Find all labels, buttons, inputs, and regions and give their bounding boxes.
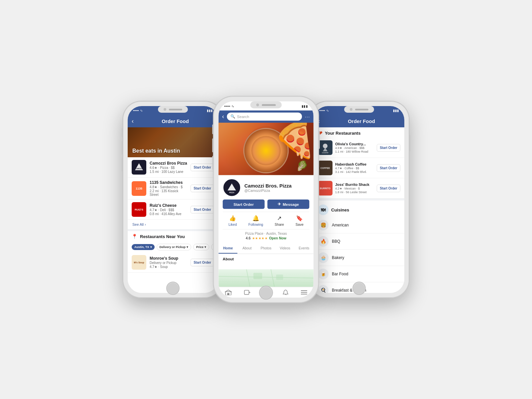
filter-bar[interactable]: Austin, TX ▾ Delivery or Pickup ▾ Price … — [128, 242, 218, 252]
svg-rect-9 — [253, 273, 262, 279]
camozzi-address: 1.5 mi · 100 Lazy Lane — [150, 170, 187, 174]
phone3-signal: ••••• ∿ — [319, 109, 329, 112]
filter-austin[interactable]: Austin, TX ▾ — [132, 244, 155, 250]
svg-text:COUNTRY: COUNTRY — [322, 152, 329, 154]
restaurant-item-monroes[interactable]: M's Soup Monroe's Soup Delivery or Picku… — [128, 252, 218, 273]
camera-bar-left — [158, 106, 188, 113]
tab-photos[interactable]: Photos — [256, 243, 275, 253]
haberdash-start-order[interactable]: Start Order — [377, 164, 400, 172]
phone1-restaurant-list[interactable]: CAMOZZI Camozzi Bros Pizza 4.6★ · Pizza … — [128, 157, 218, 293]
phone3-nav-bar: ‹ Order Food — [314, 115, 404, 127]
start-order-button[interactable]: Start Order — [223, 200, 265, 209]
tab-events[interactable]: Events — [295, 243, 314, 253]
following-button[interactable]: 🔔 Following — [248, 215, 263, 226]
cuisine-bakery[interactable]: 🧁 Bakery — [314, 250, 404, 266]
phone2-battery: ▮▮▮ — [302, 104, 308, 108]
sandwiches-address: 2.2 mi · 135 Kissick Street — [150, 189, 187, 197]
camozzi-start-order[interactable]: Start Order — [191, 164, 214, 171]
phone3-battery-icon: ▮▮▮ — [393, 109, 399, 112]
sandwiches-detail: 4.8★ · Sandwiches · $ — [150, 185, 187, 189]
phone2-home-button[interactable] — [259, 286, 273, 300]
filter-price[interactable]: Price ▾ — [193, 244, 209, 250]
olivia-rating: 4.9★ · American · $$$ — [335, 146, 374, 150]
monroes-start-order[interactable]: Start Order — [191, 259, 214, 266]
phone2-search-input[interactable]: 🔍 Search — [227, 113, 302, 121]
speaker-center — [262, 104, 276, 106]
rating-value: 4.6 — [246, 236, 251, 240]
near-you-title: Restaurants Near You — [140, 234, 185, 239]
save-button[interactable]: 🔖 Save — [296, 215, 304, 226]
wifi-icon: ∿ — [140, 109, 143, 112]
haberdash-info: Haberdash Coffee 4.7★ · Coffee · $$ 3.1 … — [335, 162, 374, 174]
cuisine-bar-food[interactable]: 🍺 Bar Food — [314, 266, 404, 282]
svg-point-21 — [323, 144, 328, 148]
monroes-delivery: Delivery or Pickup — [150, 261, 187, 265]
cuisine-bbq[interactable]: 🔥 BBQ — [314, 233, 404, 250]
nav-home-icon[interactable] — [225, 290, 232, 295]
saved-joss[interactable]: BURRITO Joss' Burrito Shack 4.2★ · Mexic… — [314, 178, 404, 199]
bar-food-icon: 🍺 — [318, 269, 329, 279]
phone2-more-options[interactable]: ··· — [305, 114, 310, 119]
nav-bell-icon[interactable] — [282, 289, 289, 296]
nav-menu-icon[interactable] — [301, 290, 307, 295]
your-restaurants-title: Your Restaurants — [325, 131, 360, 136]
phone3-screen: ••••• ∿ 2:04 ▮▮▮ ‹ Order Food ❤ Your Res… — [314, 106, 404, 293]
haberdash-name: Haberdash Coffee — [335, 162, 374, 166]
liked-button[interactable]: 👍 Liked — [228, 215, 237, 226]
tab-home[interactable]: Home — [218, 243, 237, 253]
profile-name: Camozzi Bros. Pizza — [244, 183, 292, 189]
cuisine-american[interactable]: 🍔 American — [314, 217, 404, 233]
phone2-search-bar: ‹ 🔍 Search ··· — [218, 110, 314, 123]
phone2-back-button[interactable]: ‹ — [222, 113, 224, 120]
saved-haberdash[interactable]: COFFEE Haberdash Coffee 4.7★ · Coffee · … — [314, 158, 404, 178]
phone2-screen: ••••• ∿ 2:04 ▮▮▮ ‹ 🔍 Search ··· — [218, 101, 314, 298]
ruiz-detail: 4.7★ · Deli · $$$ — [150, 208, 187, 212]
phone2-battery-icon: ▮▮▮ — [302, 104, 308, 108]
share-button[interactable]: ↗ Share — [275, 215, 284, 226]
see-all-link[interactable]: See All › — [128, 220, 218, 231]
location-icon: 📍 — [132, 234, 137, 239]
battery-icon: ▮▮▮ — [207, 109, 213, 112]
olivia-start-order[interactable]: Start Order — [377, 144, 400, 152]
olivia-info: Olivia's Country... 4.9★ · American · $$… — [335, 142, 374, 153]
phone1-back-button[interactable]: ‹ — [132, 118, 134, 125]
phone1-home-button[interactable] — [166, 282, 180, 295]
filter-delivery[interactable]: Delivery or Pickup ▾ — [157, 244, 192, 250]
camera-bar-center — [250, 101, 282, 108]
haberdash-rating: 4.7★ · Coffee · $$ — [335, 167, 374, 170]
sandwiches-info: 1135 Sandwiches 4.8★ · Sandwiches · $ 2.… — [150, 180, 187, 197]
haberdash-logo: COFFEE — [318, 161, 332, 175]
phone1-signal: ••••• ∿ — [133, 109, 143, 112]
restaurant-item-camozzi[interactable]: CAMOZZI Camozzi Bros Pizza 4.6★ · Pizza … — [128, 157, 218, 178]
phone3-home-button[interactable] — [352, 282, 366, 295]
thumbs-up-icon: 👍 — [229, 215, 236, 221]
mute-btn-left — [122, 128, 123, 137]
place-info: Pizza Place · Austin, Texas — [223, 232, 309, 236]
phone3-main-content[interactable]: ❤ Your Restaurants COUNTRY Olivi — [314, 127, 404, 293]
phone3-battery: ▮▮▮ — [393, 109, 399, 112]
phone-center: ••••• ∿ 2:04 ▮▮▮ ‹ 🔍 Search ··· — [214, 96, 319, 303]
tab-videos[interactable]: Videos — [276, 243, 295, 253]
phone1-nav-title: Order Food — [136, 118, 214, 124]
joss-start-order[interactable]: Start Order — [377, 185, 400, 192]
nav-video-icon[interactable] — [244, 290, 251, 295]
camera-center — [256, 103, 259, 106]
monroes-info: Monroe's Soup Delivery or Pickup 4.7★ · … — [150, 256, 187, 269]
restaurant-item-sandwiches[interactable]: 1135 1135 Sandwiches 4.8★ · Sandwiches ·… — [128, 178, 218, 200]
olivia-name: Olivia's Country... — [335, 142, 374, 146]
restaurant-item-ruiz[interactable]: RUIZ'S Ruiz's Cheese 4.7★ · Deli · $$$ 0… — [128, 200, 218, 220]
cuisines-title: Cuisines — [331, 207, 349, 212]
camozzi-detail: 4.6★ · Pizza · $$ — [150, 166, 187, 170]
ruiz-start-order[interactable]: Start Order — [191, 206, 214, 213]
ruiz-name: Ruiz's Cheese — [150, 203, 187, 208]
action-buttons: Start Order ✈ Message — [223, 200, 309, 209]
tab-about[interactable]: About — [237, 243, 256, 253]
american-icon: 🍔 — [318, 220, 329, 230]
sandwiches-start-order[interactable]: Start Order — [191, 185, 214, 192]
saved-olivia[interactable]: COUNTRY Olivia's Country... 4.9★ · Ameri… — [314, 138, 404, 158]
svg-rect-13 — [244, 290, 249, 295]
svg-line-6 — [246, 269, 250, 287]
about-section: About — [218, 254, 314, 269]
vol-down-left — [122, 158, 123, 171]
message-button[interactable]: ✈ Message — [267, 200, 309, 209]
